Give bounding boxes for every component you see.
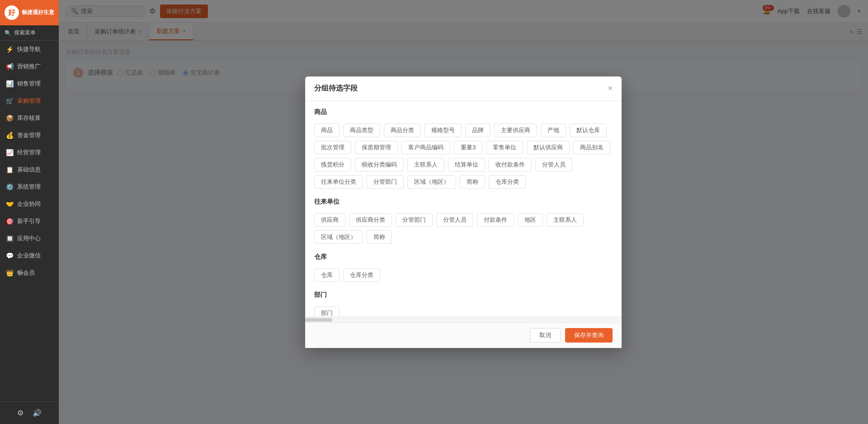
field-spec-model[interactable]: 规格型号 (425, 124, 462, 137)
sidebar-item-label: 销售管理 (17, 80, 41, 88)
sidebar-item-operation[interactable]: 📈 经营管理 (0, 144, 59, 161)
sidebar-item-label: 系统管理 (17, 183, 41, 191)
field-batch-mgmt[interactable]: 批次管理 (314, 141, 351, 154)
sidebar-item-finance[interactable]: 💰 资金管理 (0, 127, 59, 144)
field-origin[interactable]: 产地 (541, 124, 566, 137)
member-icon: 👑 (5, 269, 14, 277)
sidebar-item-enterprise[interactable]: 🤝 企业协同 (0, 195, 59, 213)
quicknav-icon: ⚡ (5, 45, 14, 53)
sidebar-item-label: 资金管理 (17, 131, 41, 139)
field-main-contact-partner[interactable]: 主联系人 (547, 213, 584, 227)
field-goods-alias[interactable]: 商品别名 (573, 141, 610, 154)
field-dept-manage[interactable]: 分管部门 (396, 213, 433, 227)
sidebar-item-label: 营销推广 (17, 62, 41, 71)
purchase-icon: 🛒 (5, 97, 14, 105)
search-icon: 🔍 (5, 30, 11, 36)
field-goods[interactable]: 商品 (314, 124, 340, 137)
sidebar-item-label: 采购管理 (17, 97, 41, 105)
field-main-supplier[interactable]: 主要供应商 (494, 124, 537, 137)
logo-text: 畅捷通好生意 (22, 9, 54, 16)
sidebar-item-basic[interactable]: 📋 基础信息 (0, 161, 59, 178)
system-icon: ⚙️ (5, 183, 14, 191)
settings-bottom-icon[interactable]: ⚙ (17, 409, 24, 417)
section-warehouse-title: 仓库 (314, 253, 613, 264)
field-settlement-unit[interactable]: 结算单位 (448, 158, 485, 172)
modal-horizontal-scrollbar[interactable] (305, 317, 622, 322)
marketing-icon: 📢 (5, 62, 14, 71)
field-retail-unit[interactable]: 零售单位 (486, 141, 523, 154)
sidebar-item-inventory[interactable]: 📦 库存核算 (0, 110, 59, 127)
sidebar-item-appcenter[interactable]: 🔲 应用中心 (0, 230, 59, 247)
field-warehouse[interactable]: 仓库 (314, 268, 340, 282)
field-default-supplier[interactable]: 默认供应商 (527, 141, 570, 154)
sidebar-item-system[interactable]: ⚙️ 系统管理 (0, 178, 59, 195)
sidebar-item-label: 经营管理 (17, 148, 41, 157)
field-expiry-mgmt[interactable]: 保质期管理 (355, 141, 398, 154)
department-field-grid: 部门 (314, 306, 613, 317)
bottom-toolbar: ⚙ 🔊 (0, 401, 59, 424)
field-payment-terms[interactable]: 收付款条件 (489, 158, 532, 172)
sidebar-search-label: 搜索菜单 (14, 29, 36, 37)
field-brand[interactable]: 品牌 (465, 124, 491, 137)
sidebar-item-newbie[interactable]: 🎯 新手引导 (0, 213, 59, 230)
field-department[interactable]: 部门 (314, 306, 340, 317)
field-weight3[interactable]: 重量3 (454, 141, 482, 154)
cancel-button[interactable]: 取消 (530, 328, 561, 343)
field-payment-cond[interactable]: 付款条件 (477, 213, 514, 227)
sidebar-item-purchase[interactable]: 🛒 采购管理 (0, 92, 59, 110)
partner-field-grid: 供应商 供应商分类 分管部门 分管人员 付款条件 地区 主联系人 区域（地区） … (314, 213, 613, 244)
section-department-title: 部门 (314, 291, 613, 302)
field-abbr[interactable]: 简称 (460, 175, 485, 189)
finance-icon: 💰 (5, 131, 14, 139)
field-customer-code[interactable]: 客户商品编码 (401, 141, 450, 154)
field-dept-person[interactable]: 分管人员 (436, 213, 473, 227)
section-partner-title: 往来单位 (314, 198, 613, 209)
modal-footer: 取消 保存并查询 (305, 322, 622, 348)
field-region-partner[interactable]: 区域（地区） (314, 230, 363, 244)
sidebar-item-quicknav[interactable]: ⚡ 快捷导航 (0, 41, 59, 58)
field-tax-code[interactable]: 税收分类编码 (355, 158, 404, 172)
field-warehouse-category[interactable]: 仓库分类 (489, 175, 526, 189)
operation-icon: 📈 (5, 148, 14, 157)
modal-close-button[interactable]: × (608, 84, 613, 93)
volume-bottom-icon[interactable]: 🔊 (33, 409, 42, 417)
section-warehouse: 仓库 仓库 仓库分类 (314, 253, 613, 282)
field-warehouse-cat[interactable]: 仓库分类 (343, 268, 380, 282)
basic-icon: 📋 (5, 166, 14, 174)
field-default-warehouse[interactable]: 默认仓库 (570, 124, 607, 137)
sidebar-search[interactable]: 🔍 搜索菜单 (0, 25, 59, 41)
sidebar-item-label: 新手引导 (17, 217, 41, 225)
confirm-button[interactable]: 保存并查询 (565, 328, 613, 343)
field-supplier-category[interactable]: 供应商分类 (349, 213, 392, 227)
field-main-contact[interactable]: 主联系人 (407, 158, 444, 172)
field-pick-score[interactable]: 拣货积分 (314, 158, 351, 172)
modal-overlay: 分组待选字段 × 商品 商品 商品类型 商品分类 规格型号 品牌 主要供应商 产… (59, 0, 868, 424)
field-manager[interactable]: 分管人员 (535, 158, 572, 172)
field-abbr-partner[interactable]: 简称 (367, 230, 392, 244)
sidebar-item-sales[interactable]: 📊 销售管理 (0, 75, 59, 92)
sidebar-item-wechat[interactable]: 💬 企业微信 (0, 247, 59, 264)
field-region[interactable]: 区域（地区） (407, 175, 456, 189)
field-partner-category[interactable]: 往来单位分类 (314, 175, 363, 189)
sidebar-item-label: 畅会员 (17, 269, 35, 277)
sidebar-item-marketing[interactable]: 📢 营销推广 (0, 58, 59, 75)
sidebar: 好 畅捷通好生意 🔍 搜索菜单 ⚡ 快捷导航 📢 营销推广 📊 销售管理 🛒 采… (0, 0, 59, 424)
field-goods-type[interactable]: 商品类型 (343, 124, 380, 137)
sidebar-item-label: 应用中心 (17, 234, 41, 243)
field-goods-category[interactable]: 商品分类 (384, 124, 421, 137)
inventory-icon: 📦 (5, 114, 14, 122)
warehouse-field-grid: 仓库 仓库分类 (314, 268, 613, 282)
newbie-icon: 🎯 (5, 217, 14, 225)
wechat-icon: 💬 (5, 252, 14, 260)
enterprise-icon: 🤝 (5, 200, 14, 208)
field-manage-dept[interactable]: 分管部门 (367, 175, 404, 189)
sidebar-item-member[interactable]: 👑 畅会员 (0, 264, 59, 281)
section-department: 部门 部门 (314, 291, 613, 317)
modal-hscroll-thumb[interactable] (305, 318, 332, 322)
logo-icon: 好 (5, 5, 19, 20)
modal-title: 分组待选字段 (314, 84, 358, 93)
sidebar-item-label: 基础信息 (17, 166, 41, 174)
section-goods: 商品 商品 商品类型 商品分类 规格型号 品牌 主要供应商 产地 默认仓库 批次… (314, 108, 613, 189)
field-supplier[interactable]: 供应商 (314, 213, 345, 227)
field-area[interactable]: 地区 (518, 213, 543, 227)
